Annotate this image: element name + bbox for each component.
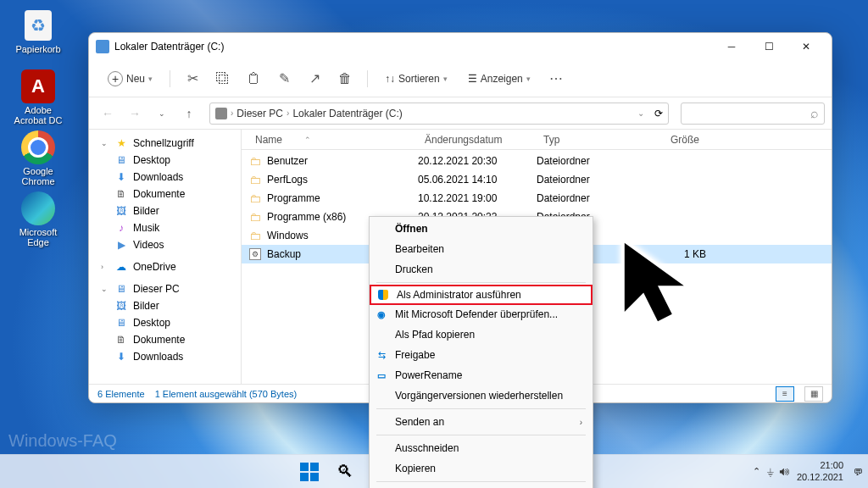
column-headers: Name⌃ Änderungsdatum Typ Größe bbox=[242, 130, 832, 150]
desktop-icon-acrobat[interactable]: A Adobe Acrobat DC bbox=[7, 68, 70, 125]
drive-icon bbox=[96, 40, 109, 53]
context-item[interactable]: ◉Mit Microsoft Defender überprüfen... bbox=[370, 304, 593, 324]
paste-icon[interactable]: 📋︎ bbox=[240, 65, 267, 92]
file-name: Benutzer bbox=[267, 155, 308, 167]
refresh-icon[interactable]: ⟳ bbox=[654, 108, 663, 119]
desktop-icon-recyclebin[interactable]: Papierkorb bbox=[7, 7, 70, 64]
context-item-label: Senden an bbox=[395, 416, 444, 428]
context-item[interactable]: Ausschneiden bbox=[370, 438, 593, 458]
context-item[interactable]: Vorgängerversionen wiederherstellen bbox=[370, 385, 593, 406]
sidebar-item-desktop[interactable]: 🖥︎Desktop bbox=[92, 152, 237, 169]
file-row[interactable]: 🗀Programme10.12.2021 19:00Dateiordner bbox=[242, 189, 832, 208]
tray-chevron-icon[interactable]: ⌃ bbox=[753, 466, 760, 477]
sidebar-pc-downloads[interactable]: ⬇Downloads bbox=[92, 348, 237, 365]
sidebar-quickaccess[interactable]: ⌄★Schnellzugriff bbox=[92, 135, 237, 152]
file-date: 10.12.2021 19:00 bbox=[418, 192, 537, 204]
context-item-label: Öffnen bbox=[395, 223, 428, 235]
details-view-button[interactable]: ≡ bbox=[776, 386, 794, 402]
address-dropdown-icon[interactable]: ⌄ bbox=[637, 108, 644, 118]
col-name[interactable]: Name⌃ bbox=[248, 134, 418, 146]
system-tray[interactable]: ⏚ 🔊︎ bbox=[767, 465, 790, 478]
downloads-icon: ⬇ bbox=[114, 350, 128, 363]
context-item[interactable]: Bearbeiten bbox=[370, 239, 593, 259]
icons-view-button[interactable]: ▦ bbox=[804, 386, 823, 402]
context-item[interactable]: Verknüpfung erstellen bbox=[370, 485, 593, 488]
back-button[interactable]: ← bbox=[96, 102, 120, 125]
taskbar-search-button[interactable]: 🔍︎ bbox=[329, 456, 361, 488]
context-item-label: Mit Microsoft Defender überprüfen... bbox=[395, 308, 558, 320]
sidebar-pc-documents[interactable]: 🗎Dokumente bbox=[92, 331, 237, 348]
context-separator bbox=[376, 408, 586, 409]
sidebar-pc-pictures[interactable]: 🖼︎Bilder bbox=[92, 297, 237, 314]
sidebar-onedrive[interactable]: ›☁OneDrive bbox=[92, 258, 237, 275]
col-date[interactable]: Änderungsdatum bbox=[418, 134, 537, 146]
context-item[interactable]: Kopieren bbox=[370, 458, 593, 479]
sidebar-item-pictures[interactable]: 🖼︎Bilder bbox=[92, 202, 237, 219]
context-item[interactable]: Als Administrator ausführen bbox=[370, 285, 593, 305]
context-item-label: Bearbeiten bbox=[395, 243, 444, 255]
new-button[interactable]: +Neu▾ bbox=[99, 66, 161, 92]
acrobat-icon: A bbox=[21, 69, 55, 103]
context-item[interactable]: Als Pfad kopieren bbox=[370, 324, 593, 345]
network-icon: ⏚ bbox=[767, 465, 774, 478]
view-button[interactable]: ☰ Anzeigen ▾ bbox=[459, 68, 539, 90]
more-icon[interactable]: ⋯ bbox=[542, 65, 570, 92]
context-item[interactable]: Senden an› bbox=[370, 412, 593, 432]
search-input[interactable]: ⌕ bbox=[681, 103, 825, 125]
share-icon[interactable]: ↗ bbox=[301, 65, 328, 92]
pictures-icon: 🖼︎ bbox=[114, 299, 128, 313]
col-size[interactable]: Größe bbox=[638, 134, 706, 146]
context-separator bbox=[376, 481, 586, 482]
context-item-label: Ausschneiden bbox=[395, 442, 459, 454]
address-bar[interactable]: › Dieser PC › Lokaler Datenträger (C:) ⌄… bbox=[209, 103, 669, 125]
context-separator bbox=[376, 435, 586, 435]
sidebar-thispc[interactable]: ⌄🖥︎Dieser PC bbox=[92, 280, 237, 297]
context-item-label: Drucken bbox=[395, 263, 433, 275]
drive-icon bbox=[215, 108, 227, 119]
recent-button[interactable]: ⌄ bbox=[150, 102, 174, 125]
forward-button[interactable]: → bbox=[123, 102, 147, 125]
pc-icon: 🖥︎ bbox=[114, 282, 128, 296]
col-type[interactable]: Typ bbox=[537, 134, 638, 146]
maximize-button[interactable]: ☐ bbox=[750, 35, 787, 58]
rename-icon[interactable]: ✎ bbox=[270, 65, 298, 92]
sort-button[interactable]: ↑↓ Sortieren ▾ bbox=[376, 68, 456, 90]
edge-icon bbox=[21, 191, 55, 225]
file-row[interactable]: 🗀PerfLogs05.06.2021 14:10Dateiordner bbox=[242, 170, 832, 189]
folder-icon: 🗀 bbox=[248, 210, 262, 224]
sidebar-item-music[interactable]: ♪Musik bbox=[92, 219, 237, 236]
file-size: 1 KB bbox=[638, 248, 706, 260]
start-button[interactable] bbox=[293, 456, 326, 488]
close-button[interactable]: ✕ bbox=[787, 35, 825, 58]
context-item[interactable]: ▭PowerRename bbox=[370, 365, 593, 385]
sidebar-item-documents[interactable]: 🗎Dokumente bbox=[92, 186, 237, 202]
sidebar-item-downloads[interactable]: ⬇Downloads bbox=[92, 169, 237, 186]
sidebar-pc-desktop[interactable]: 🖥︎Desktop bbox=[92, 314, 237, 331]
clock[interactable]: 21:00 20.12.2021 bbox=[797, 460, 843, 482]
cut-icon[interactable]: ✂ bbox=[179, 65, 206, 92]
folder-icon: 🗀 bbox=[248, 154, 262, 168]
desktop-icon-chrome[interactable]: Google Chrome bbox=[7, 129, 70, 186]
up-button[interactable]: ↑ bbox=[177, 102, 201, 125]
context-item[interactable]: ⇆Freigabe bbox=[370, 345, 593, 365]
titlebar[interactable]: Lokaler Datenträger (C:) ─ ☐ ✕ bbox=[89, 33, 832, 60]
file-row[interactable]: 🗀Benutzer20.12.2021 20:30Dateiordner bbox=[242, 152, 832, 170]
documents-icon: 🗎 bbox=[114, 333, 128, 347]
context-separator bbox=[376, 282, 586, 283]
context-item-label: Kopieren bbox=[395, 463, 436, 474]
copy-icon[interactable]: ⿻ bbox=[209, 65, 236, 92]
sidebar-item-videos[interactable]: ▶Videos bbox=[92, 236, 237, 253]
minimize-button[interactable]: ─ bbox=[713, 35, 750, 58]
search-icon: ⌕ bbox=[810, 106, 819, 121]
desktop-icon-edge[interactable]: Microsoft Edge bbox=[7, 190, 70, 247]
recycle-bin-icon bbox=[25, 10, 52, 41]
context-item[interactable]: Drucken bbox=[370, 259, 593, 280]
chrome-icon bbox=[21, 130, 55, 164]
nav-pane: ⌄★Schnellzugriff 🖥︎Desktop ⬇Downloads 🗎D… bbox=[89, 130, 242, 384]
file-date: 05.06.2021 14:10 bbox=[418, 174, 537, 186]
notifications-icon[interactable]: 💬︎ bbox=[854, 467, 863, 477]
context-menu: ÖffnenBearbeitenDruckenAls Administrator… bbox=[369, 216, 593, 488]
context-item[interactable]: Öffnen bbox=[370, 219, 593, 239]
documents-icon: 🗎 bbox=[114, 187, 128, 201]
delete-icon[interactable]: 🗑︎ bbox=[331, 65, 359, 92]
